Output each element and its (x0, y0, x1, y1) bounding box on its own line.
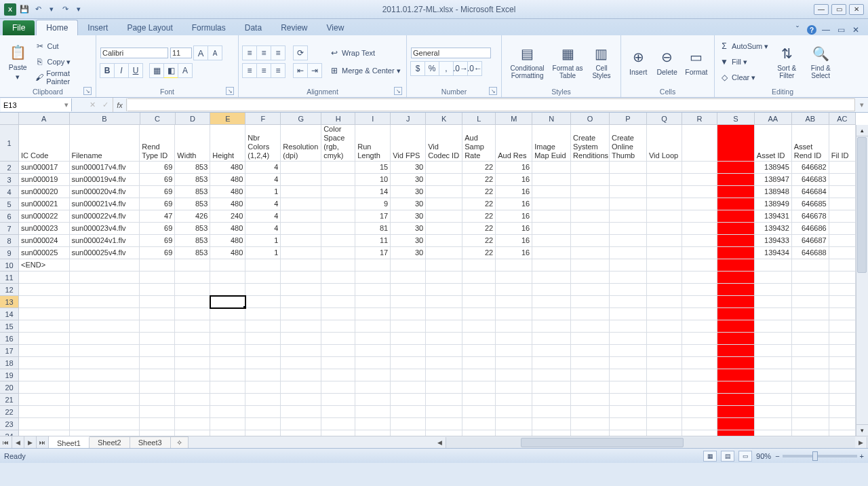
cell[interactable] (682, 333, 717, 345)
cell[interactable] (391, 345, 426, 357)
cell[interactable] (682, 186, 717, 198)
cell[interactable] (532, 296, 571, 308)
cell[interactable] (532, 284, 571, 296)
cell[interactable] (647, 333, 682, 345)
grow-font-button[interactable]: A (193, 45, 208, 60)
cell[interactable] (140, 333, 175, 345)
cell[interactable]: 1 (245, 186, 281, 198)
cell[interactable] (321, 394, 355, 406)
cell[interactable] (426, 394, 462, 406)
cell[interactable] (175, 406, 210, 418)
cell[interactable] (829, 430, 856, 436)
align-middle-button[interactable]: ≡ (256, 45, 271, 60)
cell[interactable] (571, 430, 610, 436)
name-box-dropdown-icon[interactable]: ▾ (64, 100, 68, 109)
cell[interactable] (532, 369, 571, 381)
cell[interactable] (717, 406, 755, 418)
cell[interactable] (426, 210, 462, 223)
cell[interactable] (140, 296, 175, 308)
cell[interactable]: sun000021v4.flv (70, 198, 140, 210)
align-bottom-button[interactable]: ≡ (271, 45, 285, 60)
cell[interactable] (391, 369, 426, 381)
cell[interactable] (532, 308, 571, 320)
row-header-2[interactable]: 2 (0, 162, 18, 174)
cell[interactable] (496, 259, 532, 272)
cell[interactable] (140, 272, 175, 284)
cell[interactable] (70, 272, 140, 284)
cell[interactable] (682, 406, 717, 418)
cell[interactable] (571, 381, 610, 394)
cell[interactable]: 4 (245, 162, 281, 174)
cell[interactable] (321, 174, 355, 186)
cell[interactable]: 139434 (755, 247, 792, 259)
cell[interactable] (426, 198, 462, 210)
cell[interactable] (245, 333, 281, 345)
cell[interactable] (355, 406, 391, 418)
cell[interactable] (321, 162, 355, 174)
cell[interactable] (496, 308, 532, 320)
cell[interactable]: 69 (140, 223, 175, 235)
cell[interactable] (717, 430, 755, 436)
cell[interactable] (610, 198, 647, 210)
align-top-button[interactable]: ≡ (242, 45, 257, 60)
cell[interactable] (391, 430, 426, 436)
cell[interactable] (829, 186, 856, 198)
zoom-slider[interactable]: − + (775, 452, 864, 460)
row-header-20[interactable]: 20 (0, 381, 18, 394)
cell[interactable] (175, 430, 210, 436)
format-as-table-button[interactable]: ▦Format as Table (551, 39, 584, 85)
cell[interactable] (571, 174, 610, 186)
cell[interactable]: Color Space (rgb, cmyk) (321, 125, 355, 162)
cell[interactable] (682, 357, 717, 369)
cell[interactable] (682, 125, 717, 162)
col-header-Q[interactable]: Q (647, 113, 682, 124)
cell[interactable] (321, 320, 355, 333)
cell[interactable]: sun000020 (19, 186, 70, 198)
cell[interactable] (717, 296, 755, 308)
cell[interactable] (496, 320, 532, 333)
cell[interactable] (682, 162, 717, 174)
cell[interactable] (140, 430, 175, 436)
cell[interactable]: 853 (175, 247, 210, 259)
cell[interactable] (70, 296, 140, 308)
cell[interactable] (70, 259, 140, 272)
cell[interactable] (717, 284, 755, 296)
row-header-15[interactable]: 15 (0, 320, 18, 333)
cell[interactable]: sun000025v4.flv (70, 247, 140, 259)
cell[interactable]: 14 (355, 186, 391, 198)
cell[interactable] (682, 272, 717, 284)
cell[interactable]: sun000022 (19, 210, 70, 223)
delete-cells-button[interactable]: ⊖Delete (654, 39, 679, 85)
cell[interactable] (682, 381, 717, 394)
cell[interactable] (391, 272, 426, 284)
fx-icon[interactable]: fx (113, 98, 127, 111)
cell[interactable]: Image Map Euid (532, 125, 571, 162)
cell[interactable]: 30 (391, 235, 426, 247)
cell[interactable]: 426 (175, 210, 210, 223)
cell[interactable] (610, 394, 647, 406)
cell[interactable] (682, 345, 717, 357)
cell[interactable] (829, 198, 856, 210)
cell[interactable] (532, 381, 571, 394)
cell[interactable]: 16 (496, 198, 532, 210)
cell[interactable] (426, 247, 462, 259)
cell[interactable] (496, 381, 532, 394)
cell[interactable] (391, 357, 426, 369)
underline-button[interactable]: U (128, 63, 143, 78)
cell[interactable] (755, 394, 792, 406)
cell[interactable] (647, 259, 682, 272)
cell[interactable]: 10 (355, 174, 391, 186)
col-header-F[interactable]: F (245, 113, 281, 124)
cell[interactable]: Filename (70, 125, 140, 162)
horizontal-scrollbar[interactable]: ◀ ▶ (446, 437, 855, 448)
cell[interactable]: IC Code (19, 125, 70, 162)
cell[interactable] (532, 418, 571, 430)
cell[interactable] (755, 259, 792, 272)
cell[interactable] (462, 296, 496, 308)
cell[interactable]: sun000025 (19, 247, 70, 259)
cell[interactable] (829, 308, 856, 320)
cell[interactable] (610, 284, 647, 296)
cell[interactable] (610, 320, 647, 333)
cell[interactable]: 853 (175, 186, 210, 198)
tab-data[interactable]: Data (235, 20, 271, 35)
